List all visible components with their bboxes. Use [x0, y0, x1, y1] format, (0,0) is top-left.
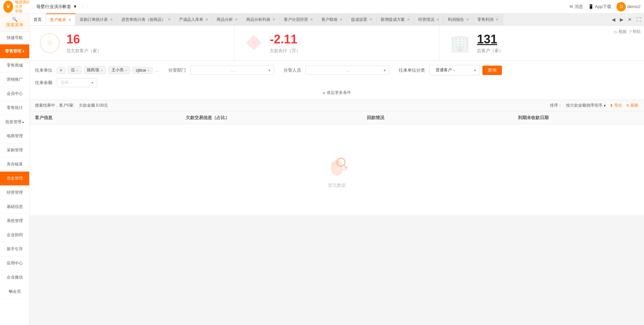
tab-profit-report[interactable]: 利润报告 ✕ — [444, 13, 473, 25]
sidebar-item-basic-info[interactable]: 基础信息 — [0, 200, 29, 214]
sidebar-item-label: 经营管理 — [7, 190, 23, 195]
sidebar-item-retail-stats[interactable]: 零售统计 — [0, 101, 29, 115]
tab-close-icon[interactable]: ✕ — [496, 17, 499, 22]
filter-tag-wang[interactable]: 王小亮 × — [109, 66, 130, 74]
tab-goods-analysis[interactable]: 商品分析 ✕ — [213, 13, 242, 25]
stat-label-total-customers: 总客户（家） — [477, 48, 503, 54]
remove-chen-btn[interactable]: × — [100, 68, 102, 72]
remove-cjttcw-btn[interactable]: × — [147, 68, 149, 72]
tab-close-icon[interactable]: ✕ — [68, 18, 71, 22]
export-button[interactable]: ⬆ 导出 — [610, 103, 622, 108]
account-selector[interactable]: 母婴行业演示帐套 ▼ — [33, 4, 83, 10]
stat-info-total-customers: 131 总客户（家） — [477, 32, 503, 54]
tab-purchase-orders[interactable]: 采购订单统计表 ✕ — [76, 13, 117, 25]
tab-label: 新增提成方案 — [381, 17, 405, 23]
filter-more-btn[interactable]: ... — [155, 68, 159, 73]
tab-customers[interactable]: 客户账本 ✕ — [46, 13, 76, 25]
tab-operations[interactable]: 经营情况 ✕ — [414, 13, 444, 25]
table-header: 客户信息 欠款交易信息（占比） 回款情况 到期未收款日期 — [30, 111, 644, 124]
filter-unit-class-select[interactable]: 普通客户 × ▾ — [429, 65, 480, 75]
remove-wang-btn[interactable]: × — [125, 68, 127, 72]
sidebar-item-label: 基础信息 — [7, 204, 23, 209]
tab-scroll-left-btn[interactable]: ◀ — [610, 16, 617, 23]
collapse-button[interactable]: ∧ 收起更多条件 — [323, 90, 351, 96]
filter-person-label: 分管人员 — [284, 67, 301, 73]
tab-fullscreen-btn[interactable]: ⛶ — [635, 16, 642, 23]
sidebar-item-marketing[interactable]: 营销推广 — [0, 73, 29, 87]
video-btn[interactable]: ▷ 视频 — [614, 29, 627, 35]
search-result-label: 搜索结果中，客户0家 — [35, 103, 74, 108]
refresh-icon: ↻ — [626, 103, 630, 108]
filter-person-select[interactable]: … ▾ — [305, 66, 389, 75]
logo-area: ¥ 畅捷通好生意 标版 — [3, 0, 33, 13]
sidebar-search[interactable]: 🔍 搜索菜单 — [0, 13, 29, 32]
tab-retail-profit[interactable]: 零售利润 ✕ — [473, 13, 503, 25]
tab-close-icon[interactable]: ✕ — [168, 17, 171, 22]
tab-production[interactable]: 产成品入库单 ✕ — [175, 13, 213, 25]
filter-tag-chen[interactable]: 陈民强 × — [84, 66, 105, 74]
tab-menu-btn[interactable]: ✕ — [627, 16, 633, 23]
video-label: 视频 — [618, 29, 627, 35]
tab-label: 客户分层经营 — [284, 17, 308, 23]
sidebar-item-label: 零售管理 — [5, 49, 21, 53]
filter-remainder-select[interactable]: 选择... ▾ — [57, 78, 97, 87]
tab-close-icon[interactable]: ✕ — [436, 17, 439, 22]
stat-label-debt-amount: 欠款合计（万） — [270, 48, 300, 54]
sidebar-item-app-center[interactable]: 应用中心 — [0, 256, 29, 270]
filter-tag-wu[interactable]: 伍 × — [68, 66, 81, 74]
refresh-button[interactable]: ↻ 刷新 — [626, 103, 639, 108]
stat-info-debt-customers: 16 总欠款客户（家） — [67, 32, 101, 54]
message-icon: ✉ — [569, 4, 573, 9]
sidebar-item-enterprise-collab[interactable]: 企业协同 — [0, 228, 29, 242]
remove-wu-btn[interactable]: × — [76, 68, 78, 72]
tab-customer-segment[interactable]: 客户分层经营 ✕ — [280, 13, 317, 25]
tab-close-icon[interactable]: ✕ — [310, 17, 313, 22]
chevron-down-icon: ▾ — [91, 80, 93, 85]
stat-icon-building: 🏢 — [449, 33, 470, 53]
sort-prefix: 排序： — [550, 103, 562, 108]
sidebar-item-enterprise-wechat[interactable]: 企业微信 — [0, 270, 29, 285]
sidebar-item-vip-member[interactable]: 畅会员 — [0, 285, 29, 299]
search-button[interactable]: 查询 — [482, 66, 502, 75]
tab-close-icon[interactable]: ✕ — [205, 17, 208, 22]
sidebar-item-batch-mgmt[interactable]: 批发管理 ▸ — [0, 115, 29, 129]
tab-stock-stats[interactable]: 进货单统计表（按商品） ✕ — [117, 13, 175, 25]
sidebar-item-finance[interactable]: 资金管理 — [0, 172, 29, 186]
tab-raise-settings[interactable]: 提成设置 ✕ — [347, 13, 377, 25]
tab-customer-contact[interactable]: 客户联络 ✕ — [317, 13, 347, 25]
sidebar-item-sys-mgmt[interactable]: 系统管理 — [0, 214, 29, 228]
tab-close-icon[interactable]: ✕ — [340, 17, 343, 22]
filter-dept-select[interactable]: … ▾ — [190, 66, 274, 75]
sidebar-item-members[interactable]: 会员中心 — [0, 87, 29, 101]
sort-select[interactable]: 按欠款金额倒序排序 ▾ — [566, 103, 606, 108]
sidebar-item-purchase-mgmt[interactable]: 采购管理 — [0, 143, 29, 157]
help-btn[interactable]: ? 帮助 — [629, 29, 641, 35]
sidebar-item-inventory[interactable]: 库存核算 — [0, 157, 29, 172]
message-btn[interactable]: ✉ 消息 — [569, 4, 583, 10]
tab-close-icon[interactable]: ✕ — [407, 17, 410, 22]
tab-home[interactable]: 首页 — [30, 13, 46, 25]
user-menu[interactable]: D demo2 — [616, 2, 641, 11]
quick-nav[interactable]: 快捷导航 — [0, 32, 29, 44]
app-download-btn[interactable]: 📱 App下载 — [588, 4, 611, 10]
filter-remainder-label: 往来余额 — [35, 80, 52, 86]
filter-tag-cjttcw[interactable]: cjttcw × — [133, 67, 152, 74]
tab-new-raise[interactable]: 新增提成方案 ✕ — [377, 13, 414, 25]
tab-close-icon[interactable]: ✕ — [272, 17, 275, 22]
sidebar-item-retail-mgmt[interactable]: 零售管理 ▾ — [0, 44, 29, 59]
tab-scroll-right-btn[interactable]: ▶ — [618, 16, 625, 23]
filter-tag-all[interactable]: × — [57, 67, 65, 74]
tab-goods-list[interactable]: 商品分析列表 ✕ — [242, 13, 280, 25]
sidebar-item-operations-mgmt[interactable]: 经营管理 — [0, 186, 29, 200]
remove-normal-customer-btn[interactable]: × — [453, 68, 455, 72]
chevron-down-icon: ▾ — [268, 68, 270, 73]
tab-close-icon[interactable]: ✕ — [369, 17, 372, 22]
tab-close-icon[interactable]: ✕ — [466, 17, 469, 22]
sidebar-item-ecommerce[interactable]: 电商管理 — [0, 129, 29, 143]
tab-close-icon[interactable]: ✕ — [235, 17, 238, 22]
sidebar-item-new-guide[interactable]: 新手引导 — [0, 242, 29, 256]
sidebar-item-label: 营销推广 — [7, 77, 23, 82]
tab-close-icon[interactable]: ✕ — [110, 17, 113, 22]
search-icon: 🔍 — [12, 17, 17, 22]
sidebar-item-retail-mall[interactable]: 零售商城 — [0, 59, 29, 73]
